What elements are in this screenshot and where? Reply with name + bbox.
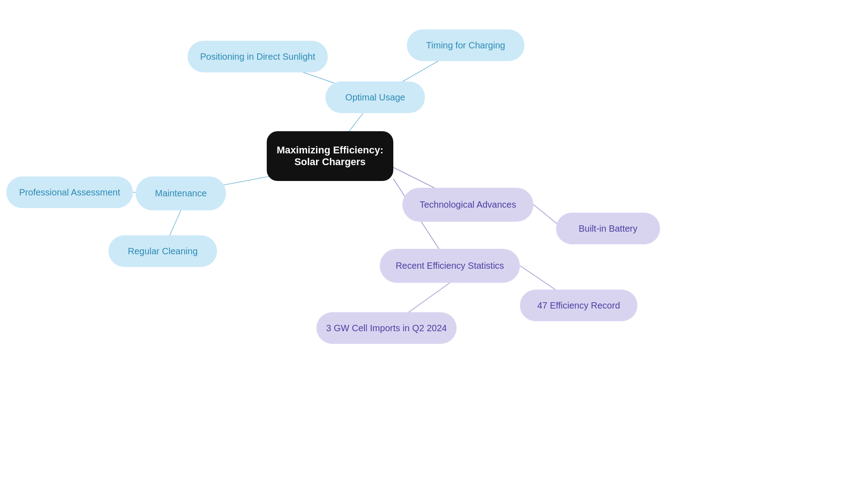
cleaning-label: Regular Cleaning (128, 246, 198, 257)
gw-label: 3 GW Cell Imports in Q2 2024 (326, 323, 447, 333)
efficiency-stats-node[interactable]: Recent Efficiency Statistics (380, 249, 520, 283)
timing-node[interactable]: Timing for Charging (407, 29, 524, 61)
maintenance-label: Maintenance (155, 188, 207, 199)
efficiency-record-label: 47 Efficiency Record (537, 300, 620, 311)
efficiency-record-node[interactable]: 47 Efficiency Record (520, 290, 637, 321)
efficiency-stats-label: Recent Efficiency Statistics (396, 261, 504, 271)
gw-imports-node[interactable]: 3 GW Cell Imports in Q2 2024 (316, 312, 457, 344)
professional-label: Professional Assessment (19, 187, 120, 198)
timing-label: Timing for Charging (426, 40, 505, 51)
tech-node[interactable]: Technological Advances (402, 188, 533, 222)
center-label: Maximizing Efficiency: Solar Chargers (267, 144, 393, 168)
maintenance-node[interactable]: Maintenance (136, 176, 226, 210)
professional-node[interactable]: Professional Assessment (6, 176, 133, 208)
battery-node[interactable]: Built-in Battery (556, 213, 660, 244)
optimal-usage-node[interactable]: Optimal Usage (326, 81, 425, 113)
cleaning-node[interactable]: Regular Cleaning (108, 235, 217, 267)
positioning-node[interactable]: Positioning in Direct Sunlight (188, 41, 328, 72)
positioning-label: Positioning in Direct Sunlight (200, 52, 316, 62)
tech-label: Technological Advances (420, 200, 516, 210)
center-node: Maximizing Efficiency: Solar Chargers (267, 131, 393, 181)
battery-label: Built-in Battery (579, 224, 637, 234)
optimal-label: Optimal Usage (345, 92, 405, 103)
